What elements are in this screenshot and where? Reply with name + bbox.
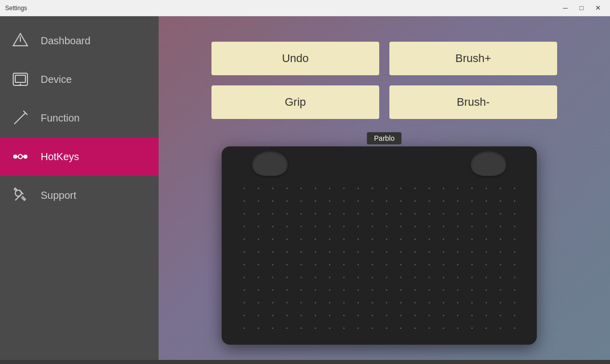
tablet-dot (337, 220, 351, 233)
tablet-dot (294, 207, 308, 220)
pen-icon (10, 108, 30, 128)
tablet-dot (294, 182, 308, 195)
tablet-dot (507, 284, 522, 296)
sidebar-item-hotkeys[interactable]: HotKeys (0, 137, 159, 176)
tablet-dot (337, 233, 351, 246)
tablet-dot (308, 309, 322, 322)
sidebar-item-support[interactable]: Support (0, 176, 159, 215)
tablet-dot (294, 258, 308, 271)
navigation-icon (10, 31, 30, 51)
tablet-dot (507, 233, 522, 246)
tablet-dot (465, 296, 479, 309)
tablet-dot (365, 258, 379, 271)
tablet-dot (337, 284, 351, 296)
tablet-dot (507, 322, 522, 335)
tablet-dot (237, 271, 251, 284)
tablet-dot (265, 296, 280, 309)
tablet-dot (493, 246, 507, 258)
tablet-dot (436, 195, 450, 207)
tablet-dot (265, 207, 280, 220)
tablet-dot (337, 207, 351, 220)
brush-minus-button[interactable]: Brush- (389, 85, 557, 119)
tablet-dot (237, 233, 251, 246)
tablet-dot (294, 220, 308, 233)
tablet-dot (393, 271, 408, 284)
tablet-dot (465, 322, 479, 335)
tablet-dot (322, 233, 337, 246)
tablet-dot (507, 182, 522, 195)
tablet-dot (479, 309, 493, 322)
tablet-dot (379, 258, 393, 271)
tablet-dot (408, 246, 422, 258)
window-controls: ─ □ ✕ (558, 3, 605, 13)
tablet-dot (465, 182, 479, 195)
tablet-dot (251, 309, 265, 322)
minimize-button[interactable]: ─ (558, 3, 572, 13)
tablet-dot (379, 195, 393, 207)
tablet-dot (436, 207, 450, 220)
svg-point-4 (20, 84, 21, 85)
tablet-dot (393, 284, 408, 296)
content-area: Undo Brush+ Grip Brush- Parblo (159, 16, 610, 360)
svg-rect-3 (15, 75, 25, 82)
tools-icon (10, 185, 30, 205)
undo-button[interactable]: Undo (211, 42, 379, 75)
tablet-dot (265, 246, 280, 258)
sidebar-item-device[interactable]: Device (0, 60, 159, 99)
tablet-dot (479, 258, 493, 271)
tablet-dot (450, 207, 465, 220)
tablet-dot (436, 246, 450, 258)
tablet-dot (351, 284, 365, 296)
tablet-dot (479, 246, 493, 258)
bottom-bar (0, 360, 610, 364)
tablet-dot (493, 322, 507, 335)
tablet-dot (322, 195, 337, 207)
tablet-dot (408, 258, 422, 271)
tablet-dot (294, 309, 308, 322)
sidebar-item-function[interactable]: Function (0, 99, 159, 137)
tablet-dot (237, 220, 251, 233)
titlebar: Settings ─ □ ✕ (0, 0, 610, 16)
tablet-dot (322, 296, 337, 309)
tablet-dot (294, 296, 308, 309)
tablet-dot (507, 246, 522, 258)
tablet-dot (479, 296, 493, 309)
tablet-dot (351, 258, 365, 271)
tablet-dot (493, 284, 507, 296)
tablet-dot (351, 207, 365, 220)
brush-plus-button[interactable]: Brush+ (389, 42, 557, 75)
tablet-dot (237, 195, 251, 207)
close-button[interactable]: ✕ (591, 3, 605, 13)
maximize-button[interactable]: □ (574, 3, 589, 13)
tablet-dot (507, 195, 522, 207)
tablet-dot (280, 296, 294, 309)
tablet-dot (294, 322, 308, 335)
tablet-dot (450, 284, 465, 296)
tablet-dot (393, 258, 408, 271)
sidebar-hotkeys-label: HotKeys (41, 151, 79, 163)
tablet-dot (422, 296, 436, 309)
tablet-dot (251, 220, 265, 233)
sidebar-item-dashboard[interactable]: Dashboard (0, 21, 159, 60)
sidebar-function-label: Function (41, 112, 80, 124)
tablet-dot (422, 246, 436, 258)
tablet-dot (379, 284, 393, 296)
app-title: Settings (5, 5, 558, 12)
tablet-dot (465, 246, 479, 258)
tablet-dot (465, 233, 479, 246)
sidebar-dashboard-label: Dashboard (41, 35, 90, 47)
tablet-dot (379, 296, 393, 309)
tablet-dot (308, 233, 322, 246)
tablet-dot (322, 284, 337, 296)
tablet-dot (251, 246, 265, 258)
tablet-dot (337, 322, 351, 335)
grip-button[interactable]: Grip (211, 85, 379, 119)
svg-line-5 (15, 113, 25, 123)
tablet-dot (493, 207, 507, 220)
sidebar-support-label: Support (41, 190, 76, 201)
tablet-dot (251, 195, 265, 207)
tablet-dot (507, 271, 522, 284)
tablet-dot (251, 207, 265, 220)
tablet-dot (251, 233, 265, 246)
hotkey-grid: Undo Brush+ Grip Brush- (211, 42, 557, 119)
